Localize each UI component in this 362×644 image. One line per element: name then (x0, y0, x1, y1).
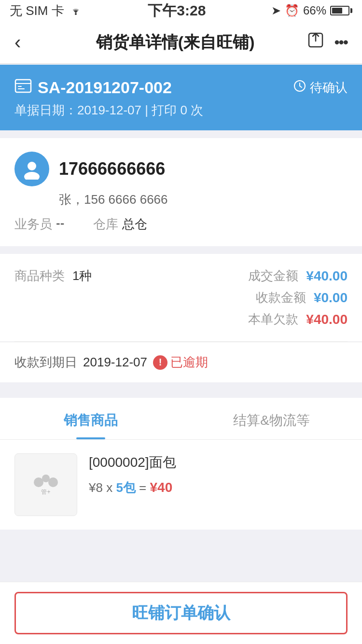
status-time: 下午3:28 (148, 1, 206, 21)
order-header-top: SA-20191207-002 待确认 (14, 78, 348, 97)
product-info: [0000002]面包 ¥8 x 5包 = ¥40 (89, 453, 348, 496)
warehouse-item: 仓库 总仓 (93, 216, 147, 233)
svg-point-0 (75, 13, 77, 15)
tab-bar: 销售商品 结算&物流等 (0, 398, 362, 440)
due-date-value: 2019-12-07 (83, 355, 147, 370)
product-section: 管+ [0000002]面包 ¥8 x 5包 = ¥40 (0, 440, 362, 530)
salesperson-item: 业务员 -- (14, 216, 64, 233)
summary-section: 商品种类 1种 成交金额 ¥40.00 收款金额 ¥0.00 本单欠款 ¥40.… (0, 254, 362, 341)
product-price: ¥8 x 5包 = ¥40 (89, 479, 348, 496)
section-divider-1 (0, 246, 362, 254)
price-base: ¥8 x (89, 480, 116, 495)
nav-actions: ••• (307, 31, 348, 53)
owed-amount-row: 本单欠款 ¥40.00 (248, 311, 348, 328)
warehouse-label: 仓库 (93, 216, 118, 233)
transaction-amount-row: 成交金额 ¥40.00 (248, 267, 348, 284)
alarm-icon: ⏰ (285, 4, 299, 17)
order-icon (14, 78, 32, 97)
status-left: 无 SIM 卡 (10, 2, 83, 19)
avatar (14, 152, 49, 186)
transaction-amount-label: 成交金额 (248, 267, 298, 284)
section-divider-2 (0, 382, 362, 390)
summary-right: 成交金额 ¥40.00 收款金额 ¥0.00 本单欠款 ¥40.00 (248, 267, 348, 328)
customer-section: 17666666666 张，156 6666 6666 业务员 -- 仓库 总仓 (0, 138, 362, 246)
salesperson-label: 业务员 (14, 216, 52, 233)
owed-amount-value: ¥40.00 (306, 312, 348, 327)
svg-point-7 (24, 172, 40, 180)
svg-rect-2 (15, 80, 31, 92)
order-header: SA-20191207-002 待确认 单据日期：2019-12-07 | 打印… (0, 65, 362, 130)
received-amount-value: ¥0.00 (314, 290, 348, 306)
salesperson-value: -- (56, 216, 64, 233)
order-number: SA-20191207-002 (14, 78, 172, 97)
overdue-text: 已逾期 (170, 354, 208, 371)
status-right: ➤ ⏰ 66% (271, 4, 352, 17)
battery-percent: 66% (303, 4, 326, 17)
overdue-warning-icon: ! (153, 355, 167, 370)
tab-sales-products[interactable]: 销售商品 (0, 398, 181, 439)
page-title: 销货单详情(来自旺铺) (96, 31, 255, 54)
svg-point-8 (34, 477, 43, 487)
location-icon: ➤ (271, 4, 281, 17)
customer-phone: 17666666666 (59, 159, 165, 179)
product-types-value: 1种 (72, 267, 92, 284)
nav-bar: ‹ 销货单详情(来自旺铺) ••• (0, 21, 362, 64)
confirm-order-button[interactable]: 旺铺订单确认 (14, 592, 348, 634)
order-status: 待确认 (293, 79, 348, 96)
status-bar: 无 SIM 卡 下午3:28 ➤ ⏰ 66% (0, 0, 362, 21)
carrier-text: 无 SIM 卡 (10, 2, 64, 19)
product-image: 管+ (14, 453, 77, 516)
svg-point-10 (42, 475, 50, 482)
svg-point-6 (28, 162, 36, 170)
customer-meta: 业务员 -- 仓库 总仓 (14, 216, 348, 233)
svg-point-9 (48, 477, 58, 487)
svg-rect-4 (18, 88, 25, 89)
product-name: [0000002]面包 (89, 453, 348, 472)
product-types-item: 商品种类 1种 (14, 267, 92, 284)
svg-rect-3 (18, 86, 22, 87)
customer-name-info: 张，156 6666 6666 (59, 191, 348, 208)
tab-underline (76, 437, 105, 439)
price-total: ¥40 (150, 480, 173, 495)
order-date: 单据日期：2019-12-07 | 打印 0 次 (14, 102, 348, 119)
product-logo: 管+ (27, 469, 65, 501)
svg-text:管+: 管+ (41, 489, 50, 495)
share-icon[interactable] (307, 31, 324, 53)
transaction-amount-value: ¥40.00 (306, 268, 348, 284)
received-amount-row: 收款金额 ¥0.00 (256, 289, 348, 306)
customer-top: 17666666666 (14, 152, 348, 186)
battery-icon (330, 6, 352, 15)
product-types-label: 商品种类 (14, 267, 65, 284)
price-equals: = (139, 480, 150, 495)
due-label: 收款到期日 (14, 354, 77, 371)
clock-icon (293, 80, 306, 96)
warehouse-value: 总仓 (122, 216, 147, 233)
bottom-bar: 旺铺订单确认 (0, 582, 362, 644)
more-icon[interactable]: ••• (334, 33, 348, 51)
due-section: 收款到期日 2019-12-07 ! 已逾期 (0, 342, 362, 382)
owed-amount-label: 本单欠款 (248, 311, 298, 328)
overdue-badge: ! 已逾期 (153, 354, 208, 371)
summary-left: 商品种类 1种 (14, 267, 92, 284)
price-quantity: 5包 (116, 480, 135, 495)
received-amount-label: 收款金额 (256, 289, 306, 306)
tab-settlement-logistics[interactable]: 结算&物流等 (181, 398, 362, 439)
back-button[interactable]: ‹ (14, 31, 43, 53)
wifi-icon (69, 3, 83, 18)
